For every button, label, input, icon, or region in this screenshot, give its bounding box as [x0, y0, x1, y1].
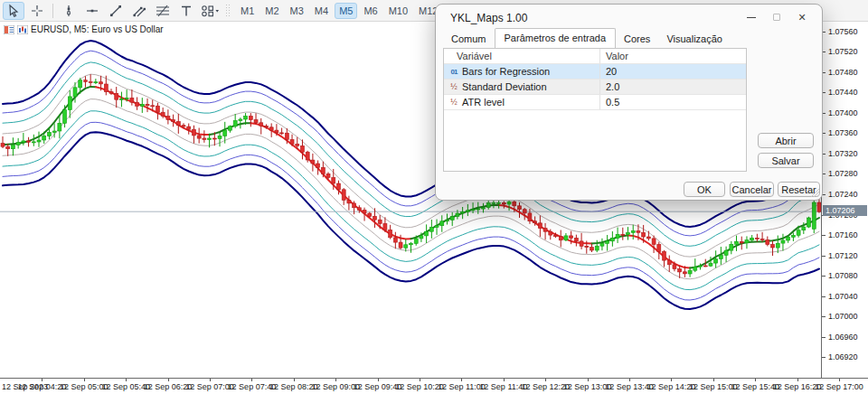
channel-icon: [132, 4, 146, 18]
candle-body: [461, 211, 465, 213]
candle-body: [16, 143, 20, 145]
time-tick: [839, 379, 840, 381]
ok-button[interactable]: OK: [684, 182, 725, 197]
candle-body: [450, 216, 454, 220]
text-tool-button[interactable]: [175, 2, 197, 20]
timeframe-m10[interactable]: M10: [384, 3, 412, 19]
tab-visualiza-o[interactable]: Visualização: [658, 31, 731, 48]
candle-body: [176, 122, 180, 126]
candle-body: [125, 98, 128, 98]
price-axis-label: 1.07400: [828, 108, 858, 117]
timeframe-m2[interactable]: M2: [260, 3, 283, 19]
double-type-icon: ½: [448, 82, 460, 91]
candle-body: [807, 218, 811, 227]
horizontal-line-tool-button[interactable]: [81, 2, 103, 20]
integer-type-icon: 01: [448, 68, 460, 76]
candle-body: [378, 220, 382, 223]
abrir-button[interactable]: Abrir: [758, 133, 814, 148]
candle-body: [724, 250, 728, 255]
timeframe-m6[interactable]: M6: [359, 3, 382, 19]
time-axis-label: 12 Sep 11:00: [438, 382, 486, 391]
dialog-resize-grip[interactable]: [810, 188, 819, 197]
candle-body: [533, 221, 537, 223]
price-tick: [822, 256, 826, 257]
candle-body: [316, 164, 320, 167]
close-button[interactable]: ✕: [789, 9, 815, 25]
candle-body: [342, 190, 345, 201]
candle-body: [812, 202, 816, 229]
candle-body: [693, 267, 697, 270]
time-tick: [588, 379, 589, 381]
candle-body: [311, 160, 315, 164]
param-row[interactable]: 01Bars for Regression20: [444, 64, 746, 80]
price-axis-label: 1.07520: [828, 47, 858, 56]
candle-body: [11, 145, 14, 148]
price-axis[interactable]: 1.07206 1.075601.075201.074801.074401.07…: [821, 22, 868, 378]
time-axis-label: 12 Sep 11:40: [479, 382, 527, 391]
toolbar-separator: [52, 4, 53, 18]
candle-body: [347, 200, 351, 203]
time-tick: [126, 379, 127, 381]
candle-body: [290, 139, 294, 144]
candle-body: [414, 239, 418, 244]
candle-body: [606, 241, 609, 244]
candle-body: [389, 230, 392, 237]
candle-body: [326, 174, 330, 177]
minimize-button[interactable]: [739, 9, 764, 25]
param-value[interactable]: 2.0: [600, 81, 746, 92]
candle-body: [233, 121, 237, 127]
candle-body: [580, 241, 583, 246]
time-tick: [545, 379, 546, 381]
param-row[interactable]: ½ATR level0.5: [444, 95, 746, 110]
timeframe-m4[interactable]: M4: [310, 3, 333, 19]
candle-body: [559, 237, 562, 240]
timeframe-m1[interactable]: M1: [236, 3, 259, 19]
candle-body: [275, 130, 278, 133]
candle-body: [208, 138, 212, 139]
candle-body: [228, 127, 231, 130]
maximize-button[interactable]: [764, 9, 789, 25]
cancelar-button[interactable]: Cancelar: [730, 182, 774, 197]
channel-tool-button[interactable]: [128, 2, 150, 20]
candle-body: [357, 208, 361, 211]
timeframe-m5[interactable]: M5: [335, 3, 357, 19]
param-row[interactable]: ½Standard Deviation2.0: [444, 80, 746, 95]
candle-body: [254, 120, 258, 123]
regression-center-line: [690, 218, 819, 267]
param-name-cell: ½Standard Deviation: [444, 80, 600, 94]
candle-body: [156, 106, 159, 112]
vertical-line-tool-button[interactable]: [58, 2, 80, 20]
candle-body: [136, 102, 139, 106]
candle-body: [745, 240, 749, 243]
tab-cores[interactable]: Cores: [616, 31, 658, 48]
candle-body: [300, 145, 304, 152]
fibonacci-tool-button[interactable]: [152, 2, 174, 20]
time-tick: [713, 379, 714, 381]
param-name: Bars for Regression: [462, 66, 550, 77]
candle-body: [507, 202, 511, 204]
candle-body: [32, 142, 35, 143]
shapes-tool-button[interactable]: [199, 2, 221, 20]
cursor-tool-button[interactable]: [3, 2, 24, 20]
param-value[interactable]: 20: [600, 66, 746, 77]
price-axis-label: 1.06960: [828, 333, 858, 342]
crosshair-tool-button[interactable]: [26, 2, 48, 20]
candle-body: [146, 104, 149, 106]
candle-body: [445, 220, 448, 220]
tab-comum[interactable]: Comum: [443, 31, 495, 48]
param-value[interactable]: 0.5: [600, 97, 746, 108]
salvar-button[interactable]: Salvar: [758, 153, 814, 168]
candle-body: [667, 260, 671, 265]
tab-par-metros-de-entrada[interactable]: Parâmetros de entrada: [495, 28, 617, 49]
candle-body: [663, 251, 666, 260]
candle-body: [37, 140, 41, 142]
candle-body: [197, 136, 201, 138]
candle-body: [760, 239, 764, 240]
candle-body: [332, 178, 335, 184]
timeframe-m3[interactable]: M3: [286, 3, 308, 19]
time-axis[interactable]: 12 Sep 202312 Sep 04:2012 Sep 05:0012 Se…: [0, 378, 868, 394]
candle-body: [797, 230, 800, 236]
candle-body: [192, 129, 195, 136]
candle-body: [714, 259, 718, 264]
trendline-tool-button[interactable]: [105, 2, 127, 20]
